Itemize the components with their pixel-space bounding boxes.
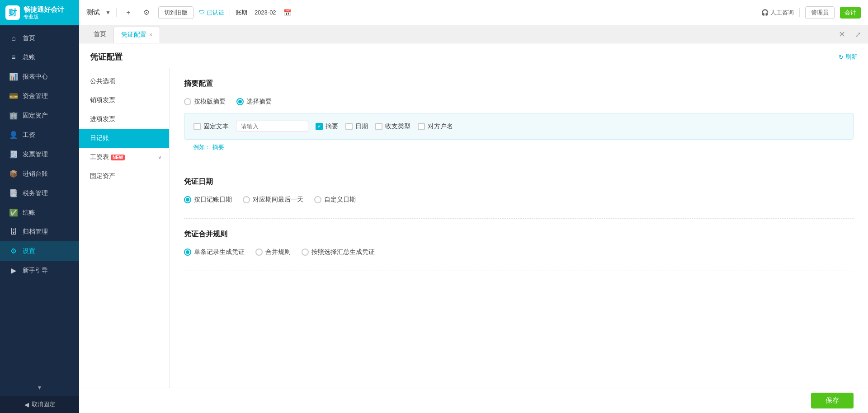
bottom-bar: 保存 xyxy=(79,388,868,413)
assets-icon: 🏢 xyxy=(9,111,18,120)
sidebar: 财 畅捷通好会计 专业版 ⌂ 首页 ≡ 总账 📊 报表中心 💳 资金管理 🏢 固… xyxy=(0,0,79,413)
left-menu-item-public[interactable]: 公共选项 xyxy=(79,72,169,91)
topbar-consult-button[interactable]: 🎧 人工咨询 xyxy=(761,9,794,17)
invoice-mgmt-icon: 🧾 xyxy=(9,150,18,159)
topbar-dropdown-icon[interactable]: ▼ xyxy=(105,9,111,16)
archive-icon: 🗄 xyxy=(9,228,18,236)
tab-close-icon[interactable]: × xyxy=(149,32,152,38)
radio-select[interactable] xyxy=(236,98,244,105)
sidebar-item-assets[interactable]: 🏢 固定资产 xyxy=(0,106,79,125)
headset-icon: 🎧 xyxy=(761,9,769,16)
left-menu-item-sales-invoice[interactable]: 销项发票 xyxy=(79,91,169,110)
checkbox-date[interactable]: 日期 xyxy=(345,122,368,131)
divider-3 xyxy=(184,271,854,271)
summary-option-select[interactable]: 选择摘要 xyxy=(236,98,272,106)
summary-option-template[interactable]: 按模版摘要 xyxy=(184,98,226,106)
checkbox-date-box[interactable] xyxy=(345,123,353,130)
radio-custom-date[interactable] xyxy=(314,196,321,203)
tabbar-close-all-button[interactable]: ✕ xyxy=(839,29,845,39)
merge-option-by-selection[interactable]: 按照选择汇总生成凭证 xyxy=(302,248,375,256)
radio-last-day[interactable] xyxy=(243,196,250,203)
example-prefix: 例如： xyxy=(193,144,211,150)
divider-1 xyxy=(184,166,854,166)
topbar-add-button[interactable]: + xyxy=(122,6,135,19)
tab-voucher-config[interactable]: 凭证配置 × xyxy=(113,27,160,43)
save-button[interactable]: 保存 xyxy=(811,393,854,408)
summary-checkbox-row: 固定文本 ✓ 摘要 日期 收支类型 xyxy=(184,113,854,140)
merge-option-merge[interactable]: 合并规则 xyxy=(255,248,291,256)
sidebar-item-label: 税务管理 xyxy=(23,189,48,197)
sidebar-item-label: 固定资产 xyxy=(23,112,48,120)
checkbox-fixed-text[interactable]: 固定文本 xyxy=(193,122,229,131)
new-badge: NEW xyxy=(111,155,125,160)
radio-journal-date[interactable] xyxy=(184,196,191,203)
topbar-sep-1 xyxy=(116,8,117,17)
tab-home-label: 首页 xyxy=(94,30,106,38)
sidebar-item-payroll[interactable]: 👤 工资 xyxy=(0,125,79,145)
sidebar-item-home[interactable]: ⌂ 首页 xyxy=(0,29,79,48)
summary-radio-group: 按模版摘要 选择摘要 xyxy=(184,98,854,106)
sidebar-item-ledger[interactable]: ≡ 总账 xyxy=(0,48,79,67)
topbar-title: 测试 xyxy=(86,8,100,17)
sidebar-item-tax[interactable]: 📑 税务管理 xyxy=(0,183,79,203)
refresh-icon: ↻ xyxy=(839,54,844,61)
checkbox-summary[interactable]: ✓ 摘要 xyxy=(316,122,338,131)
sidebar-item-fund[interactable]: 💳 资金管理 xyxy=(0,86,79,106)
consult-label: 人工咨询 xyxy=(770,9,794,17)
topbar-old-version-button[interactable]: 切到旧版 xyxy=(158,6,193,19)
checkbox-payment-type[interactable]: 收支类型 xyxy=(375,122,410,131)
sidebar-item-label: 新手引导 xyxy=(23,267,48,275)
sidebar-item-label: 资金管理 xyxy=(23,92,48,100)
pin-icon: ◀ xyxy=(24,401,29,408)
fixed-text-input[interactable] xyxy=(236,121,308,132)
calendar-icon[interactable]: 📅 xyxy=(283,9,291,16)
date-option-last-day[interactable]: 对应期间最后一天 xyxy=(243,196,303,204)
topbar-period-value: 2023-02 xyxy=(255,9,276,16)
checkbox-payment-type-label: 收支类型 xyxy=(385,122,410,131)
app-name: 畅捷通好会计 xyxy=(24,5,64,14)
checkbox-fixed-text-box[interactable] xyxy=(193,123,201,130)
merge-rule-radio-group: 单条记录生成凭证 合并规则 按照选择汇总生成凭证 xyxy=(184,248,854,256)
summary-title: 摘要配置 xyxy=(184,79,854,89)
merge-option-single[interactable]: 单条记录生成凭证 xyxy=(184,248,245,256)
voucher-date-section: 凭证日期 按日记账日期 对应期间最后一天 自定义日期 xyxy=(184,177,854,204)
trade-icon: 📦 xyxy=(9,169,18,178)
topbar-settings-button[interactable]: ⚙ xyxy=(140,6,153,19)
sidebar-item-report[interactable]: 📊 报表中心 xyxy=(0,67,79,86)
left-menu-item-journal[interactable]: 日记账 xyxy=(79,129,169,148)
left-menu: 公共选项 销项发票 进项发票 日记账 工资表 NEW ∨ 固定资产 xyxy=(79,68,170,388)
left-menu-item-purchase-invoice[interactable]: 进项发票 xyxy=(79,110,169,129)
left-menu-item-payroll-table[interactable]: 工资表 NEW ∨ xyxy=(79,148,169,167)
checkbox-counterparty-label: 对方户名 xyxy=(428,122,453,131)
page-title: 凭证配置 xyxy=(90,52,123,62)
sidebar-item-settings[interactable]: ⚙ 设置 xyxy=(0,241,79,261)
sidebar-item-settlement[interactable]: ✅ 结账 xyxy=(0,203,79,222)
sidebar-item-label: 归档管理 xyxy=(23,228,48,236)
sidebar-item-invoice-mgmt[interactable]: 🧾 发票管理 xyxy=(0,145,79,164)
sidebar-item-guide[interactable]: ▶ 新手引导 xyxy=(0,261,79,280)
topbar-role-badge: 会计 xyxy=(840,7,861,19)
checkbox-counterparty[interactable]: 对方户名 xyxy=(418,122,453,131)
date-option-journal[interactable]: 按日记账日期 xyxy=(184,196,232,204)
main-area: 测试 ▼ + ⚙ 切到旧版 🛡 已认证 账期 2023-02 📅 🎧 人工咨询 … xyxy=(79,0,868,413)
radio-by-selection[interactable] xyxy=(302,249,309,256)
tab-home[interactable]: 首页 xyxy=(86,27,113,42)
checkbox-summary-box[interactable]: ✓ xyxy=(316,123,323,130)
sidebar-item-archive[interactable]: 🗄 归档管理 xyxy=(0,222,79,241)
left-menu-item-fixed-assets[interactable]: 固定资产 xyxy=(79,167,169,186)
tabbar-fullscreen-button[interactable]: ⤢ xyxy=(855,30,861,38)
radio-by-selection-label: 按照选择汇总生成凭证 xyxy=(311,248,375,256)
tax-icon: 📑 xyxy=(9,189,18,197)
sidebar-item-trade[interactable]: 📦 进销台账 xyxy=(0,164,79,183)
radio-template[interactable] xyxy=(184,98,191,105)
topbar-admin-button[interactable]: 管理员 xyxy=(805,6,835,19)
checkbox-payment-type-box[interactable] xyxy=(375,123,382,130)
radio-single[interactable] xyxy=(184,249,191,256)
date-option-custom[interactable]: 自定义日期 xyxy=(314,196,356,204)
sidebar-pin-button[interactable]: ◀ 取消固定 xyxy=(0,396,79,413)
sidebar-item-label: 首页 xyxy=(23,34,35,42)
refresh-button[interactable]: ↻ 刷新 xyxy=(839,53,857,61)
checkbox-counterparty-box[interactable] xyxy=(418,123,425,130)
guide-icon: ▶ xyxy=(9,266,18,275)
radio-merge[interactable] xyxy=(255,249,263,256)
